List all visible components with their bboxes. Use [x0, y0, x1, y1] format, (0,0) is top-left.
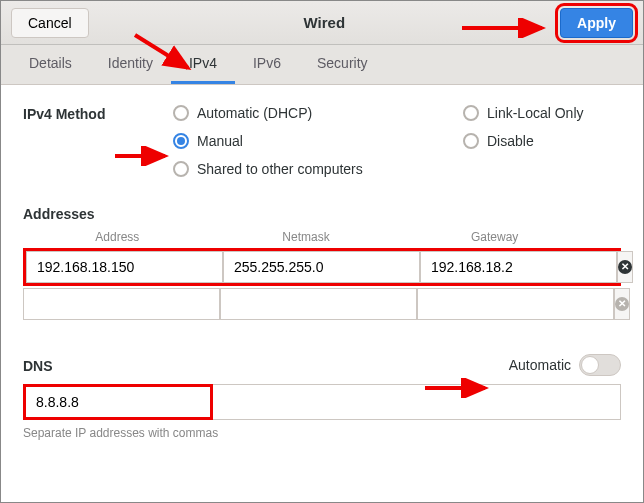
ipv4-method-label: IPv4 Method — [23, 105, 173, 122]
dns-input[interactable] — [23, 384, 213, 420]
dns-auto-label: Automatic — [509, 357, 571, 373]
delete-icon: ✕ — [615, 297, 629, 311]
radio-label: Disable — [487, 133, 534, 149]
addresses-label: Addresses — [23, 205, 173, 222]
radio-icon — [173, 133, 189, 149]
dns-label: DNS — [23, 357, 173, 374]
radio-icon — [173, 161, 189, 177]
address-input-empty[interactable] — [23, 288, 220, 320]
apply-button[interactable]: Apply — [560, 8, 633, 38]
radio-label: Manual — [197, 133, 243, 149]
tab-ipv4[interactable]: IPv4 — [171, 45, 235, 84]
radio-disable[interactable]: Disable — [463, 133, 584, 149]
delete-icon: ✕ — [618, 260, 632, 274]
delete-row-button[interactable]: ✕ — [617, 251, 633, 283]
netmask-input-empty[interactable] — [220, 288, 417, 320]
col-address-header: Address — [23, 230, 212, 244]
radio-shared[interactable]: Shared to other computers — [173, 161, 423, 177]
radio-label: Automatic (DHCP) — [197, 105, 312, 121]
radio-icon — [463, 105, 479, 121]
col-gateway-header: Gateway — [400, 230, 589, 244]
radio-icon — [173, 105, 189, 121]
tab-identity[interactable]: Identity — [90, 45, 171, 84]
radio-label: Shared to other computers — [197, 161, 363, 177]
tab-details[interactable]: Details — [11, 45, 90, 84]
dialog-title: Wired — [304, 14, 346, 31]
tab-security[interactable]: Security — [299, 45, 386, 84]
dns-hint: Separate IP addresses with commas — [23, 426, 621, 440]
netmask-input[interactable] — [223, 251, 420, 283]
radio-automatic[interactable]: Automatic (DHCP) — [173, 105, 423, 121]
radio-linklocal[interactable]: Link-Local Only — [463, 105, 584, 121]
gateway-input[interactable] — [420, 251, 617, 283]
col-netmask-header: Netmask — [212, 230, 401, 244]
dns-input-rest[interactable] — [213, 384, 621, 420]
radio-icon — [463, 133, 479, 149]
gateway-input-empty[interactable] — [417, 288, 614, 320]
address-input[interactable] — [26, 251, 223, 283]
tab-ipv6[interactable]: IPv6 — [235, 45, 299, 84]
radio-label: Link-Local Only — [487, 105, 584, 121]
delete-row-button[interactable]: ✕ — [614, 288, 630, 320]
cancel-button[interactable]: Cancel — [11, 8, 89, 38]
dns-auto-switch[interactable] — [579, 354, 621, 376]
radio-manual[interactable]: Manual — [173, 133, 423, 149]
